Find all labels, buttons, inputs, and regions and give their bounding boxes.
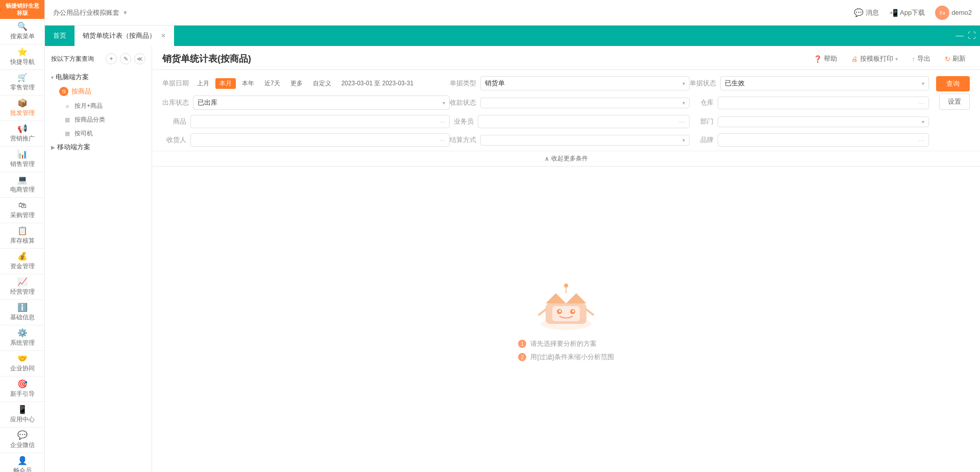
print-btn[interactable]: 🖨 按模板打印 ▾: [847, 52, 902, 65]
date-tab-this-year[interactable]: 本年: [238, 78, 258, 89]
mobile-group-label: 移动端方案: [57, 143, 90, 152]
sidebar-item-purchase[interactable]: 🛍 采购管理: [0, 198, 44, 223]
help-icon: ❓: [814, 55, 822, 63]
left-panel-title: 按以下方案查询: [51, 55, 94, 63]
sidebar-item-retail[interactable]: 🛒 零售管理: [0, 70, 44, 96]
sidebar-item-system[interactable]: ⚙️ 系统管理: [0, 325, 44, 351]
department-select[interactable]: ▾: [718, 116, 929, 127]
print-dropdown-arrow[interactable]: ▾: [895, 56, 898, 62]
sidebar-item-finance[interactable]: 💰 资金管理: [0, 249, 44, 274]
left-panel-header: 按以下方案查询 + ✎ ≪: [45, 51, 152, 68]
sidebar-item-operations[interactable]: 📈 经营管理: [0, 274, 44, 300]
out-status-select[interactable]: 已出库 ▾: [193, 96, 450, 110]
svg-line-10: [586, 310, 593, 315]
date-tab-last-month[interactable]: 上月: [193, 78, 213, 89]
sidebar-item-member[interactable]: 👤 畅会员: [0, 453, 44, 472]
tab-maximize-btn[interactable]: ⛶: [968, 31, 976, 40]
sidebar-item-wechat[interactable]: 💬 企业微信: [0, 428, 44, 453]
collapse-bar[interactable]: ∧ 收起更多条件: [152, 151, 980, 166]
tab-minimize-btn[interactable]: —: [955, 31, 964, 40]
warehouse-input[interactable]: ···: [718, 97, 929, 109]
desktop-scheme-group[interactable]: ▾ 电脑端方案: [45, 70, 152, 84]
filter-row-2: 出库状态 已出库 ▾ 收款状态 ▾: [162, 96, 929, 110]
brand-dots[interactable]: ···: [918, 136, 924, 144]
by-goods-label: 按商品: [71, 87, 91, 96]
add-scheme-btn[interactable]: +: [106, 53, 117, 64]
tip-num-1: 1: [518, 340, 526, 348]
sidebar-item-newbie[interactable]: 🎯 新手引导: [0, 376, 44, 402]
app-logo: 畅捷销好生意 标版: [0, 0, 44, 19]
tree-item-by-goods[interactable]: 按 按商品: [45, 84, 152, 99]
sidebar-item-quick-nav[interactable]: ⭐ 快捷导航: [0, 44, 44, 70]
edit-scheme-btn[interactable]: ✎: [120, 53, 131, 64]
message-btn[interactable]: 💬 消息: [854, 8, 879, 17]
brand-input[interactable]: ···: [718, 133, 929, 147]
empty-text-list: 1 请先选择要分析的方案 2 用[过滤]条件来缩小分析范围: [518, 339, 614, 366]
query-button[interactable]: 查询: [936, 76, 970, 91]
sidebar-item-label: 库存核算: [10, 237, 35, 245]
user-profile-btn[interactable]: Ea demo2: [935, 6, 972, 20]
tree-item-by-month-goods[interactable]: ≡ 按月+商品: [45, 99, 152, 113]
department-chevron: ▾: [922, 119, 924, 125]
tab-sales-stat[interactable]: 销货单统计表（按商品） ✕: [75, 26, 174, 46]
by-goods-icon: 按: [59, 87, 68, 96]
warehouse-dots[interactable]: ···: [919, 99, 924, 107]
sidebar-item-basics[interactable]: ℹ️ 基础信息: [0, 300, 44, 325]
purchase-icon: 🛍: [18, 201, 27, 210]
download-icon: 📲: [889, 9, 898, 17]
date-label: 单据日期: [162, 79, 193, 88]
filter-col-brand: 品牌 ···: [690, 133, 929, 147]
date-tab-7days[interactable]: 近7天: [260, 78, 284, 89]
receiver-input[interactable]: ···: [190, 133, 450, 147]
refresh-btn[interactable]: ↻ 刷新: [941, 52, 970, 65]
page-header: 销货单统计表(按商品) ❓ 帮助 🖨 按模板打印 ▾ ↑ 导出: [152, 46, 980, 70]
sidebar-item-label: 批发管理: [10, 109, 35, 117]
out-status-chevron: ▾: [443, 100, 445, 106]
date-tab-this-month[interactable]: 本月: [215, 78, 236, 89]
sidebar-item-ecommerce[interactable]: 💻 电商管理: [0, 172, 44, 198]
sidebar-item-inventory[interactable]: 📋 库存核算: [0, 223, 44, 249]
collapse-label: 收起更多条件: [551, 154, 588, 163]
goods-dots[interactable]: ···: [439, 117, 446, 126]
sidebar-item-enterprise[interactable]: 🤝 企业协同: [0, 351, 44, 376]
goods-input[interactable]: ···: [190, 115, 450, 128]
tab-close-icon[interactable]: ✕: [161, 32, 166, 39]
refresh-icon: ↻: [945, 55, 950, 63]
ecommerce-icon: 💻: [17, 175, 28, 184]
salesperson-dots[interactable]: ···: [679, 117, 685, 126]
settlement-select[interactable]: ▾: [480, 135, 689, 146]
tree-item-by-goods-category[interactable]: ▦ 按商品分类: [45, 113, 152, 127]
sidebar-item-sales[interactable]: 📊 销售管理: [0, 147, 44, 172]
expand-arrow: ▾: [51, 75, 54, 80]
filter-row-1: 单据日期 上月 本月 本年 近7天 更多 自定义 2023-03-01 至 20…: [162, 76, 929, 90]
export-btn[interactable]: ↑ 导出: [908, 52, 935, 65]
sidebar-item-marketing[interactable]: 📢 营销推广: [0, 121, 44, 147]
sidebar-item-wholesale[interactable]: 📦 批发管理: [0, 96, 44, 121]
filter-col-payment-status: 收款状态 ▾: [450, 98, 689, 108]
date-tab-more[interactable]: 更多: [286, 78, 307, 89]
sidebar-item-label: 企业微信: [10, 441, 35, 450]
sidebar-item-app-center[interactable]: 📱 应用中心: [0, 402, 44, 428]
date-range-value: 2023-03-01 至 2023-03-31: [341, 79, 413, 88]
mobile-scheme-group[interactable]: ▶ 移动端方案: [45, 140, 152, 154]
date-tab-custom[interactable]: 自定义: [309, 78, 335, 89]
bill-type-select[interactable]: 销货单 ▾: [480, 76, 689, 90]
bill-status-value: 已生效: [725, 79, 745, 88]
sidebar-item-search[interactable]: 🔍 搜索菜单: [0, 19, 44, 44]
bill-status-select[interactable]: 已生效 ▾: [720, 76, 929, 90]
industry-dropdown-arrow[interactable]: ▾: [124, 9, 127, 16]
marketing-icon: 📢: [17, 124, 28, 133]
tree-item-by-cashier[interactable]: ▦ 按司机: [45, 127, 152, 140]
app-download-btn[interactable]: 📲 App下载: [889, 8, 925, 17]
payment-status-select[interactable]: ▾: [480, 98, 689, 108]
help-btn[interactable]: ❓ 帮助: [810, 52, 841, 65]
tab-home[interactable]: 首页: [45, 26, 75, 46]
settings-button[interactable]: 设置: [939, 93, 970, 110]
collapse-panel-btn[interactable]: ≪: [134, 53, 145, 64]
top-header: 办公用品行业模拟账套 ▾ 💬 消息 📲 App下载 Ea demo2: [45, 0, 980, 26]
salesperson-input[interactable]: ···: [478, 115, 689, 128]
receiver-dots[interactable]: ···: [439, 136, 446, 144]
edit-icon: ✎: [124, 56, 128, 62]
by-goods-category-label: 按商品分类: [75, 115, 105, 124]
member-icon: 👤: [17, 456, 28, 465]
